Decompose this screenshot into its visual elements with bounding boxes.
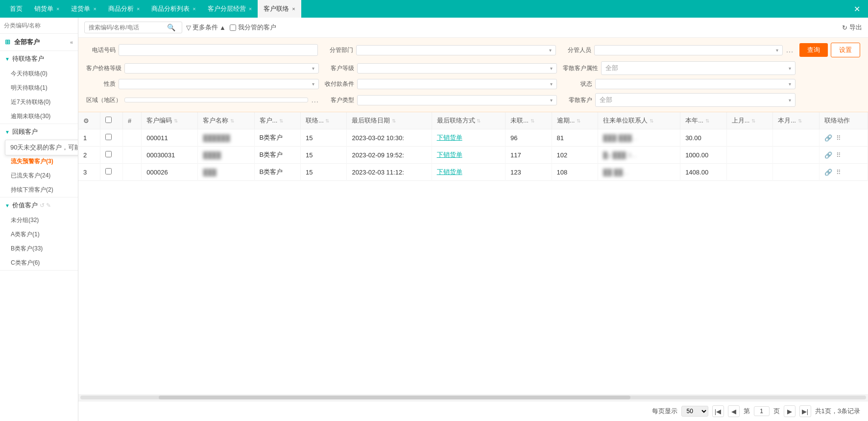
scrollbar-thumb[interactable] xyxy=(159,396,630,399)
select-all-checkbox[interactable] xyxy=(105,117,112,123)
sidebar-item-class-b[interactable]: B类客户(33) xyxy=(0,242,78,256)
sidebar-group-value-title[interactable]: ▼ 价值客户 ↺ ✎ xyxy=(0,198,78,213)
cell-type-2: B类客户 xyxy=(254,147,300,164)
table-header-row: ⚙ # 客户编码 ⇅ 客户名称 ⇅ 客户... ⇅ xyxy=(78,112,868,129)
col-unit-contact[interactable]: 往来单位联系人 ⇅ xyxy=(598,112,680,129)
row-checkbox-2[interactable] xyxy=(105,151,112,157)
action-icon-link-1[interactable]: 🔗 xyxy=(824,134,832,142)
nav-tab-purchase[interactable]: 进货单 × xyxy=(65,0,102,18)
triangle-icon-review: ▼ xyxy=(5,129,10,135)
action-icon-link-3[interactable]: 🔗 xyxy=(824,169,832,176)
close-tab-customer-link[interactable]: × xyxy=(292,6,295,12)
main-layout: 🔍 ⊞ 全部客户 « ▼ 待联络客户 今天待联络(0) 明天待联络(1) 近7天… xyxy=(0,18,868,421)
filter-region-select[interactable] xyxy=(124,98,308,102)
filter-person-more[interactable]: … xyxy=(786,46,794,54)
sort-icon-year: ⇅ xyxy=(705,118,709,124)
row-checkbox-3[interactable] xyxy=(105,168,112,174)
nav-home[interactable]: 首页 xyxy=(4,4,28,13)
nav-tab-analysis-list[interactable]: 商品分析列表 × xyxy=(145,0,201,18)
filter-nature-select[interactable]: ▾ xyxy=(119,79,319,89)
horizontal-scrollbar[interactable] xyxy=(78,394,868,401)
filter-payment-select[interactable]: ▾ xyxy=(357,79,557,89)
close-tab-analysis-list[interactable]: × xyxy=(193,6,195,12)
action-icons-2: 🔗 ⠿ xyxy=(824,151,863,159)
filter-customer-type-select[interactable]: ▾ xyxy=(357,95,557,105)
sidebar-search-input[interactable] xyxy=(4,22,77,29)
sidebar-item-churned[interactable]: 已流失客户(24) xyxy=(0,169,78,183)
close-tab-sales[interactable]: × xyxy=(56,6,59,12)
col-code[interactable]: 客户编码 ⇅ xyxy=(142,112,198,129)
sidebar-item-class-a[interactable]: A类客户(1) xyxy=(0,227,78,242)
export-button[interactable]: ↻ 导出 xyxy=(842,23,862,32)
sidebar-group-review-title[interactable]: ▼ 回顾客户 xyxy=(0,124,78,140)
first-page-btn[interactable]: |◀ xyxy=(712,405,724,417)
filter-region-more[interactable]: … xyxy=(311,96,319,104)
next-page-btn[interactable]: ▶ xyxy=(784,405,796,417)
nav-tab-customer-segment[interactable]: 客户分层经营 × xyxy=(202,0,258,18)
sidebar-item-7day-pending[interactable]: 近7天待联络(0) xyxy=(0,95,78,109)
my-customers-checkbox[interactable] xyxy=(230,25,236,31)
query-button[interactable]: 查询 xyxy=(799,43,828,57)
more-conditions-btn[interactable]: ▽ 更多条件 ▲ xyxy=(186,23,226,32)
col-this-year[interactable]: 本年... ⇅ xyxy=(680,112,726,129)
chevron-down-level: ▾ xyxy=(550,66,553,71)
filter-customer-level-select[interactable]: ▾ xyxy=(357,63,557,74)
col-checkbox xyxy=(100,112,122,129)
toolbar: 🔍 ▽ 更多条件 ▲ 我分管的客户 ↻ 导出 xyxy=(78,18,868,38)
col-last-month[interactable]: 上月... ⇅ xyxy=(726,112,772,129)
col-overdue[interactable]: 逾期... ⇅ xyxy=(552,112,598,129)
col-type[interactable]: 客户... ⇅ xyxy=(254,112,300,129)
cell-name-3: ███ xyxy=(198,164,254,181)
close-tab-purchase[interactable]: × xyxy=(93,6,96,12)
sidebar-item-class-c[interactable]: C类客户(6) xyxy=(0,256,78,270)
close-tab-analysis[interactable]: × xyxy=(137,6,140,12)
action-icon-menu-1[interactable]: ⠿ xyxy=(836,134,841,142)
toolbar-search-icon[interactable]: 🔍 xyxy=(167,24,175,31)
nav-tab-sales[interactable]: 销货单 × xyxy=(28,0,65,18)
filter-customer-type: 客户类型 ▾ xyxy=(325,95,557,105)
filter-status-select[interactable]: ▾ xyxy=(595,79,796,89)
prev-page-btn[interactable]: ◀ xyxy=(728,405,740,417)
action-icon-link-2[interactable]: 🔗 xyxy=(824,151,832,159)
setting-button[interactable]: 设置 xyxy=(831,43,860,57)
filter-dept-select[interactable]: ▾ xyxy=(356,45,555,55)
sidebar-all-customers-header[interactable]: ⊞ 全部客户 « xyxy=(0,34,78,51)
cell-name-2: ████ xyxy=(198,147,254,164)
sidebar-group-pending-title[interactable]: ▼ 待联络客户 xyxy=(0,51,78,67)
cell-method-3[interactable]: 下销货单 xyxy=(432,164,505,181)
col-this-month[interactable]: 本月... ⇅ xyxy=(773,112,819,129)
page-number-input[interactable] xyxy=(754,406,770,416)
col-last-contact-date[interactable]: 最后联络日期 ⇅ xyxy=(347,112,432,129)
sidebar-item-overdue[interactable]: 逾期未联络(30) xyxy=(0,109,78,124)
my-customers-filter[interactable]: 我分管的客户 xyxy=(230,23,276,32)
cell-this-month-2 xyxy=(773,147,819,164)
sidebar-item-today-pending[interactable]: 今天待联络(0) xyxy=(0,67,78,81)
col-last-contact-method[interactable]: 最后联络方式 ⇅ xyxy=(432,112,505,129)
nav-tab-customer-link[interactable]: 客户联络 × xyxy=(258,0,301,18)
per-page-select[interactable]: 50 100 xyxy=(681,406,708,417)
row-checkbox-1[interactable] xyxy=(105,134,112,140)
nav-tab-analysis[interactable]: 商品分析 × xyxy=(102,0,145,18)
toolbar-search-input[interactable] xyxy=(89,24,167,31)
last-page-btn[interactable]: ▶| xyxy=(799,405,811,417)
cell-method-2[interactable]: 下销货单 xyxy=(432,147,505,164)
filter-phone-input[interactable] xyxy=(119,44,318,56)
sidebar-item-churn-warning[interactable]: 流失预警客户(3) xyxy=(0,154,78,169)
action-icon-menu-3[interactable]: ⠿ xyxy=(836,169,841,176)
filter-retail-attr-select[interactable]: 全部 ▾ xyxy=(601,61,796,75)
close-window-button[interactable]: ✕ xyxy=(850,4,864,14)
col-uncontacted[interactable]: 未联... ⇅ xyxy=(506,112,552,129)
cell-check-1 xyxy=(100,129,122,147)
filter-retail-customer-select[interactable]: 全部 ▾ xyxy=(595,93,796,107)
action-icon-menu-2[interactable]: ⠿ xyxy=(836,151,841,159)
close-tab-customer-segment[interactable]: × xyxy=(249,6,252,12)
cell-method-1[interactable]: 下销货单 xyxy=(432,129,505,147)
sidebar-item-tomorrow-pending[interactable]: 明天待联络(1) xyxy=(0,81,78,95)
col-name[interactable]: 客户名称 ⇅ xyxy=(198,112,254,129)
sidebar-item-declining[interactable]: 持续下滑客户(2) xyxy=(0,183,78,197)
col-contact[interactable]: 联络... ⇅ xyxy=(301,112,347,129)
filter-person-select[interactable]: ▾ xyxy=(594,45,783,55)
sidebar-item-ungroup[interactable]: 未分组(32) xyxy=(0,213,78,227)
col-settings[interactable]: ⚙ xyxy=(78,112,100,129)
filter-price-level-select[interactable]: ▾ xyxy=(124,63,319,74)
